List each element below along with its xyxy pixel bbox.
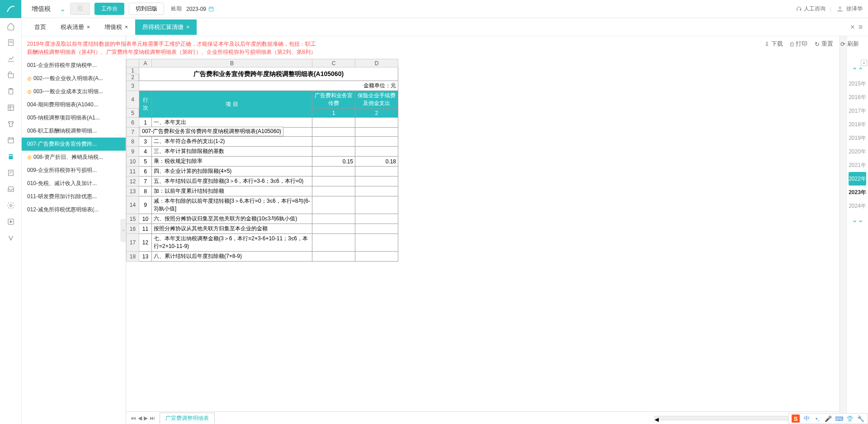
settings-icon[interactable]: [0, 197, 21, 214]
value-cell-c[interactable]: [312, 252, 355, 262]
tab-1[interactable]: 税表清册×: [53, 19, 97, 35]
sheet-tab[interactable]: 广宣费调整明细表: [160, 413, 215, 424]
value-cell-d[interactable]: [355, 252, 398, 262]
year-button[interactable]: 2023年: [847, 186, 868, 199]
row-num-cell[interactable]: 9: [139, 196, 152, 214]
ime-s-icon[interactable]: S: [792, 414, 800, 423]
tab-0[interactable]: 首页: [27, 19, 53, 35]
sheet-nav-first[interactable]: ⏮: [131, 415, 136, 421]
year-button[interactable]: 2019年: [847, 131, 868, 145]
row-header[interactable]: 2: [127, 74, 139, 81]
row-num-cell[interactable]: 10: [139, 214, 152, 224]
v-icon[interactable]: [0, 230, 21, 246]
clipboard-icon[interactable]: [0, 83, 21, 100]
row-header[interactable]: 11: [127, 167, 139, 176]
app-logo[interactable]: [0, 0, 21, 18]
item-cell[interactable]: 七、本年支出纳税调整金额(3＞6，本行=2+3-6+10-11；3≤6，本行=2…: [152, 234, 312, 252]
year-button[interactable]: 2016年: [847, 91, 868, 104]
row-header[interactable]: 7: [127, 128, 139, 137]
col-header-B[interactable]: B: [152, 59, 312, 67]
row-num-cell[interactable]: 5: [139, 157, 152, 167]
unit-cell[interactable]: 金额单位：元: [139, 81, 398, 91]
bag-icon[interactable]: [0, 67, 21, 83]
year-button[interactable]: 2017年: [847, 104, 868, 118]
tab-close-icon[interactable]: ×: [87, 24, 90, 30]
year-button[interactable]: 2018年: [847, 118, 868, 131]
item-cell[interactable]: 二、本年符合条件的支出(1-2): [152, 137, 312, 147]
value-cell-d[interactable]: [355, 186, 398, 196]
tab-3[interactable]: 所得税汇算清缴×: [135, 19, 197, 35]
row-header[interactable]: 3: [127, 81, 139, 91]
row-num-cell[interactable]: 12: [139, 234, 152, 252]
switch-old-button[interactable]: 切到旧版: [129, 3, 164, 15]
year-button[interactable]: 2020年: [847, 145, 868, 158]
ime-mic-icon[interactable]: 🎤: [824, 414, 832, 423]
row-header[interactable]: 4: [127, 91, 139, 109]
tax-icon[interactable]: [0, 148, 21, 165]
row-header[interactable]: 10: [127, 157, 139, 167]
col-header-A[interactable]: A: [139, 59, 152, 67]
value-cell-c[interactable]: [312, 176, 355, 186]
ime-skin-icon[interactable]: 👕: [846, 414, 854, 423]
form-list-item[interactable]: 006-职工薪酬纳税调整明细...: [22, 124, 126, 138]
value-cell-d[interactable]: [355, 137, 398, 147]
value-cell-c[interactable]: [312, 167, 355, 176]
home-icon[interactable]: [0, 18, 21, 34]
tab-close-icon[interactable]: ×: [186, 24, 189, 30]
shirt-icon[interactable]: [0, 116, 21, 132]
value-cell-d[interactable]: [355, 196, 398, 214]
reset-button[interactable]: ↻ 重置: [815, 40, 833, 48]
year-button[interactable]: 2022年: [849, 172, 866, 186]
ime-punct-icon[interactable]: •,: [813, 414, 821, 423]
tab-2[interactable]: 增值税×: [97, 19, 135, 35]
value-cell-c[interactable]: [312, 224, 355, 234]
row-header[interactable]: 1: [127, 67, 139, 74]
row-header[interactable]: 14: [127, 196, 139, 214]
item-cell[interactable]: 三、本年计算扣除限额的基数: [152, 147, 312, 157]
play-icon[interactable]: [0, 214, 21, 230]
doc-btn[interactable]: [70, 3, 90, 15]
print-button[interactable]: ⎙ 打印: [790, 40, 807, 48]
user-menu[interactable]: 徐泽华: [836, 5, 863, 13]
value-cell-c[interactable]: [312, 186, 355, 196]
row-header[interactable]: 9: [127, 147, 139, 157]
row-header[interactable]: 15: [127, 214, 139, 224]
value-cell-c[interactable]: [312, 137, 355, 147]
item-cell[interactable]: 加：以前年度累计结转扣除额: [152, 186, 312, 196]
doc-icon[interactable]: [0, 34, 21, 51]
period-picker[interactable]: 2023-09: [186, 6, 214, 12]
item-cell[interactable]: 六、按照分摊协议归集至其他关联方的金额(10≤3与6孰小值): [152, 214, 312, 224]
item-cell[interactable]: 四、本企业计算的扣除限额(4×5): [152, 167, 312, 176]
item-cell[interactable]: 减：本年扣除的以前年度结转额[3＞6,本行=0；3≤6，本行=8与(6-3)孰小…: [152, 196, 312, 214]
tab-close-all-icon[interactable]: ×: [850, 23, 854, 31]
year-down-icon[interactable]: ⌄⌄: [847, 213, 868, 226]
form-list-item[interactable]: 010-免税、减计收入及加计...: [22, 177, 126, 190]
value-cell-d[interactable]: [355, 118, 398, 128]
row-num-cell[interactable]: 13: [139, 252, 152, 262]
row-num-cell[interactable]: 4: [139, 147, 152, 157]
sheet-nav-last[interactable]: ⏭: [150, 415, 155, 421]
form-list-item[interactable]: ⊘003-一般企业成本支出明细...: [22, 85, 126, 98]
value-cell-c[interactable]: [312, 128, 355, 137]
item-cell[interactable]: 八、累计结转以后年度扣除额(7+8-9): [152, 252, 312, 262]
ime-tool-icon[interactable]: 🔧: [857, 414, 865, 423]
row-header[interactable]: 12: [127, 176, 139, 186]
row-num-cell[interactable]: 6: [139, 167, 152, 176]
form-list-item[interactable]: 011-研发费用加计扣除优惠...: [22, 190, 126, 203]
collapse-handle[interactable]: ‹: [121, 219, 126, 242]
workspace-button[interactable]: 工作台: [94, 3, 124, 15]
row-header[interactable]: 13: [127, 186, 139, 196]
row-header[interactable]: 16: [127, 224, 139, 234]
row-header[interactable]: 18: [127, 252, 139, 262]
value-cell-c[interactable]: [312, 196, 355, 214]
value-cell-d[interactable]: [355, 224, 398, 234]
form-list-item[interactable]: 009-企业所得税弥补亏损明...: [22, 164, 126, 177]
form-list-item[interactable]: 001-企业所得税年度纳税申...: [22, 59, 126, 72]
ime-lang-icon[interactable]: 中: [802, 414, 811, 423]
value-cell-c[interactable]: 0.15: [312, 157, 355, 167]
value-cell-d[interactable]: 0.18: [355, 157, 398, 167]
row-num-cell[interactable]: 11: [139, 224, 152, 234]
form-list-item[interactable]: 005-纳税调整项目明细表(A1...: [22, 111, 126, 124]
value-cell-d[interactable]: [355, 147, 398, 157]
col-header-D[interactable]: D: [355, 59, 398, 67]
